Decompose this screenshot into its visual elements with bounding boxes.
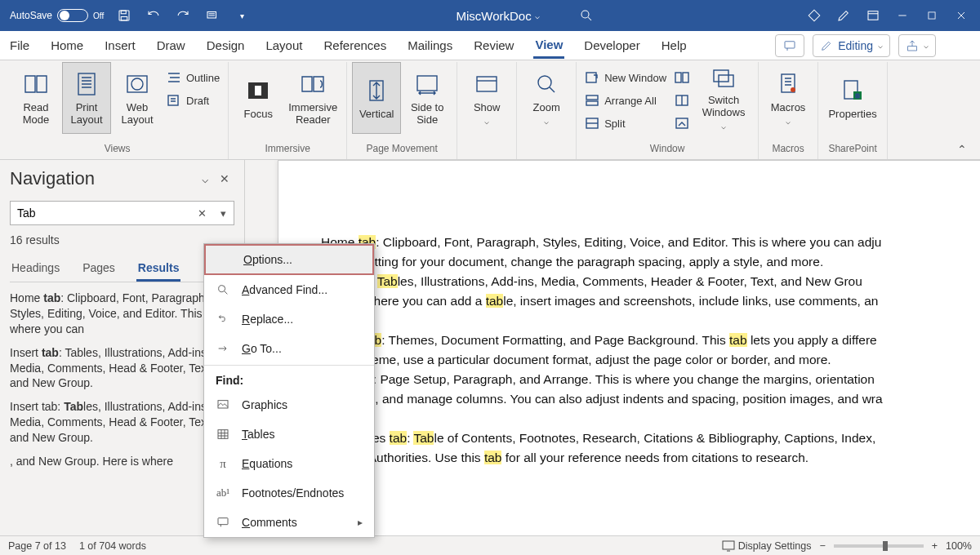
document-page[interactable]: Home tab: Clipboard, Font, Paragraph, St… [278,160,980,535]
nav-search-box[interactable]: ✕ ▾ [10,201,234,225]
draft-button[interactable]: Draft [163,90,223,111]
tab-draw[interactable]: Draw [155,33,187,57]
side-to-side-button[interactable]: Side to Side [403,62,452,134]
nav-search-input[interactable] [11,206,191,220]
macros-button[interactable]: Macros⌵ [764,62,813,134]
minimize-icon[interactable] [889,2,916,29]
menu-options[interactable]: OOptions...ptions... [204,244,374,275]
diamond-icon[interactable] [800,2,828,29]
nav-tab-pages[interactable]: Pages [81,256,117,282]
account-icon[interactable] [944,32,972,60]
undo-icon[interactable] [140,2,167,29]
vertical-button[interactable]: Vertical [352,62,401,134]
group-label-macros: Macros [772,140,804,157]
tab-references[interactable]: References [322,33,388,57]
print-layout-button[interactable]: Print Layout [62,62,111,134]
view-side-icon[interactable] [671,67,693,88]
outline-button[interactable]: Outline [163,67,223,88]
menu-goto[interactable]: Go To... [204,334,374,363]
nav-tab-headings[interactable]: Headings [10,256,61,282]
editing-mode-button[interactable]: Editing⌵ [813,34,890,57]
arrange-all-button[interactable]: Arrange All [581,90,670,111]
qat-dropdown-icon[interactable]: ▾ [228,2,256,29]
zoom-slider[interactable] [834,544,924,548]
zoom-out-icon[interactable]: − [819,540,825,552]
status-bar: Page 7 of 13 1 of 704 words Display Sett… [0,535,980,555]
menu-find-footnotes[interactable]: ab¹Footnotes/Endnotes [204,478,374,508]
redo-icon[interactable] [169,2,197,29]
svg-rect-22 [586,101,598,105]
immersive-reader-button[interactable]: Immersive Reader [284,62,341,134]
tab-home[interactable]: Home [49,33,85,57]
tab-help[interactable]: Help [660,33,688,57]
svg-rect-24 [675,73,681,82]
tab-developer[interactable]: Developer [582,33,641,57]
close-icon[interactable] [947,2,975,29]
tab-design[interactable]: Design [205,33,247,57]
web-layout-button[interactable]: Web Layout [113,62,162,134]
svg-rect-21 [586,95,598,100]
tab-layout[interactable]: Layout [264,33,304,57]
autosave-toggle[interactable]: AutoSave Off [5,9,109,22]
tab-review[interactable]: Review [472,33,515,57]
read-mode-button[interactable]: Read Mode [11,62,60,134]
svg-rect-29 [719,75,733,87]
tab-file[interactable]: File [8,33,31,57]
menu-find-comments[interactable]: Comments▸ [204,508,374,537]
new-window-button[interactable]: New Window [581,67,670,88]
nav-results-list: Home tab: Clipboard, Font, Paragraph, St… [10,291,234,477]
menu-find-header: Find: [204,367,374,390]
comments-button[interactable] [775,34,804,57]
split-button[interactable]: Split [581,113,670,134]
svg-rect-2 [121,17,127,21]
properties-button[interactable]: SProperties [823,62,882,134]
nav-result-item[interactable]: Insert tab: Tables, Illustrations, Add-i… [10,399,234,446]
switch-windows-button[interactable]: Switch Windows⌵ [694,62,753,134]
search-icon[interactable] [572,2,600,29]
menu-find-tables[interactable]: Tables [204,420,374,449]
svg-rect-6 [929,12,935,19]
svg-point-31 [791,87,795,92]
collapse-ribbon-icon[interactable]: ⌃ [951,140,973,159]
show-button[interactable]: Show⌵ [462,62,511,134]
menu-advanced-find[interactable]: Advanced Find... [204,275,374,304]
nav-search-clear-icon[interactable]: ✕ [191,202,212,224]
display-settings-button[interactable]: Display Settings [722,540,812,552]
svg-point-4 [581,11,589,18]
maximize-icon[interactable] [918,2,946,29]
svg-rect-17 [417,76,437,91]
nav-title: Navigation [10,168,195,189]
reset-window-icon[interactable] [671,113,693,134]
zoom-button[interactable]: Zoom⌵ [522,62,571,134]
svg-rect-7 [785,41,795,47]
nav-result-item[interactable]: Home tab: Clipboard, Font, Paragraph, St… [10,291,234,337]
group-label-pagemove: Page Movement [367,140,438,157]
share-button[interactable]: ⌵ [898,34,936,57]
document-title[interactable]: MiscWorkDoc ⌵ [456,9,539,23]
nav-close-icon[interactable]: ✕ [215,169,234,189]
tab-insert[interactable]: Insert [103,33,137,57]
tab-view[interactable]: View [533,33,564,59]
window-icon[interactable] [859,2,887,29]
save-icon[interactable] [110,2,138,29]
ribbon-tabs: File Home Insert Draw Design Layout Refe… [0,31,980,60]
nav-result-item[interactable]: , and New Group. Here is where [10,454,234,469]
zoom-in-icon[interactable]: + [932,540,938,552]
status-page[interactable]: Page 7 of 13 [8,540,66,552]
nav-dropdown-icon[interactable]: ⌵ [195,169,215,189]
menu-find-equations[interactable]: πEquations [204,449,374,478]
sync-scroll-icon[interactable] [671,90,693,111]
focus-button[interactable]: Focus [234,62,283,134]
qat-more-icon[interactable] [198,2,226,29]
zoom-level[interactable]: 100% [946,540,972,552]
svg-rect-20 [586,73,596,82]
menu-find-graphics[interactable]: Graphics [204,390,374,420]
menu-replace[interactable]: Replace... [204,304,374,334]
nav-result-item[interactable]: Insert tab: Tables, Illustrations, Add-i… [10,345,234,392]
tab-mailings[interactable]: Mailings [406,33,454,57]
status-words[interactable]: 1 of 704 words [79,540,146,552]
nav-search-menu-icon[interactable]: ▾ [212,202,234,224]
search-dropdown-menu: OOptions...ptions... Advanced Find... Re… [203,243,375,538]
pen-icon[interactable] [830,2,858,29]
nav-tab-results[interactable]: Results [136,256,181,282]
